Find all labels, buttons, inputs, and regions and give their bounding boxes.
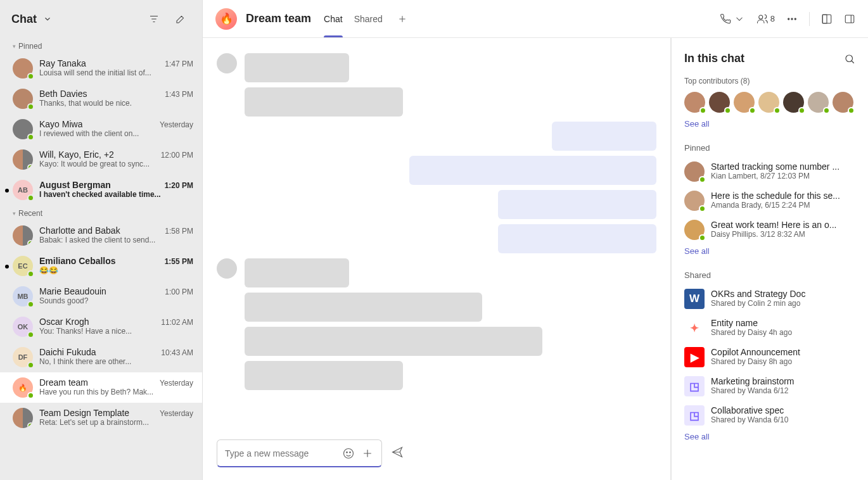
chat-item-daichi[interactable]: DFDaichi Fukuda10:43 AMNo, I think there… [0,342,202,372]
chat-item-group1[interactable]: Will, Kayo, Eric, +212:00 PMKayo: It wou… [0,144,202,175]
shared-file-item[interactable]: ✦Entity nameShared by Daisy 4h ago [684,318,855,338]
chat-name: Dream team [39,377,88,388]
chat-item-tdt[interactable]: Team Design TemplateYesterdayReta: Let's… [0,403,202,433]
file-title: Entity name [711,318,855,328]
chat-time: 11:02 AM [161,318,193,327]
pinned-message-item[interactable]: Started tracking some number ...Kian Lam… [684,161,855,182]
svg-point-0 [759,15,763,19]
emoji-icon[interactable] [342,447,355,460]
contributor-avatar[interactable] [734,92,755,113]
pinned-message-item[interactable]: Here is the schedule for this se...Amand… [684,191,855,211]
avatar: AB [13,180,33,200]
contributor-avatar[interactable] [709,92,730,113]
shared-file-item[interactable]: WOKRs and Strategy DocShared by Colin 2 … [684,289,855,309]
contributor-avatar[interactable] [808,92,829,113]
chat-preview: Thanks, that would be nice. [39,99,193,108]
sidebar-title[interactable]: Chat [11,13,37,26]
chat-list-sidebar: Chat PinnedRay Tanaka1:47 PMLouisa will … [0,0,203,480]
message-bubble[interactable] [498,190,656,219]
message-bubble[interactable] [245,361,403,390]
plus-icon[interactable] [361,447,374,460]
file-sub: Shared by Wanda 6/10 [711,415,855,424]
avatar [13,408,33,428]
file-title: OKRs and Strategy Doc [711,289,855,299]
chat-name: Kayo Miwa [39,119,82,129]
open-app-button[interactable] [821,13,833,25]
message-bubble[interactable] [245,87,403,117]
call-button[interactable] [720,13,745,25]
see-all-pinned-link[interactable]: See all [684,246,710,256]
divider [809,12,810,26]
more-options-button[interactable] [786,13,798,25]
new-chat-button[interactable] [170,9,191,29]
avatar: EC [13,256,33,276]
message-bubble[interactable] [245,327,542,356]
avatar: DF [13,347,33,367]
conversation-avatar: 🔥 [215,8,237,30]
section-label-pinned[interactable]: Pinned [0,38,202,53]
chat-name: August Bergman [39,180,111,190]
message-bubble[interactable] [245,258,349,287]
see-all-shared-link[interactable]: See all [684,432,710,441]
chat-name: Will, Kayo, Eric, +2 [39,149,114,160]
message-bubble[interactable] [552,122,656,151]
chat-time: Yesterday [160,379,193,388]
send-button[interactable] [391,446,404,461]
chat-item-kayo[interactable]: Kayo MiwaYesterdayI reviewed with the cl… [0,114,202,144]
see-all-contributors-link[interactable]: See all [684,119,710,129]
filter-icon [148,13,160,25]
search-icon[interactable] [844,53,855,65]
participants-count: 8 [770,14,775,23]
avatar [13,89,33,109]
unread-dot [5,189,9,193]
section-label-recent[interactable]: Recent [0,205,202,220]
shared-file-item[interactable]: ◳Marketing brainstormShared by Wanda 6/1… [684,376,855,396]
panel-toggle-button[interactable] [844,13,855,25]
chat-time: Yesterday [160,120,193,129]
chat-item-ray[interactable]: Ray Tanaka1:47 PMLouisa will send the in… [0,53,202,84]
chat-name: Beth Davies [39,89,87,99]
file-type-icon: W [684,289,705,309]
avatar: 🔥 [13,377,33,398]
shared-file-item[interactable]: ◳Collaborative specShared by Wanda 6/10 [684,405,855,426]
chat-time: Yesterday [160,409,193,418]
chat-item-emil[interactable]: ECEmiliano Ceballos1:55 PM😂😂 [0,251,202,281]
participants-button[interactable]: 8 [756,13,775,25]
message-area[interactable] [203,38,671,432]
chat-item-oscar[interactable]: OKOscar Krogh11:02 AMYou: Thanks! Have a… [0,312,202,342]
chat-time: 1:47 PM [165,60,193,68]
filter-button[interactable] [144,9,164,29]
chat-name: Marie Beaudouin [39,286,106,296]
tab-shared[interactable]: Shared [354,0,383,37]
shared-file-item[interactable]: ▶Copilot AnnouncementShared by Daisy 8h … [684,347,855,367]
contributor-avatar[interactable] [783,92,804,113]
message-bubble[interactable] [245,293,482,322]
message-input[interactable] [225,448,336,458]
contributor-avatar[interactable] [758,92,779,113]
message-bubble[interactable] [409,156,656,185]
pinned-message-item[interactable]: Great work team! Here is an o...Daisy Ph… [684,220,855,240]
message-bubble[interactable] [498,224,656,253]
add-tab-button[interactable] [394,11,411,27]
contributor-avatar[interactable] [684,92,705,113]
chat-item-dream[interactable]: 🔥Dream teamYesterdayHave you run this by… [0,372,202,403]
contributor-avatar[interactable] [833,92,853,113]
svg-point-8 [344,448,354,458]
chat-details-panel: In this chat Top contributors (8) See al… [672,38,868,480]
composer-area [203,432,671,480]
chat-item-august[interactable]: ABAugust Bergman1:20 PMI haven't checked… [0,175,202,205]
chat-item-marie[interactable]: MBMarie Beaudouin1:00 PMSounds good? [0,281,202,312]
tab-chat[interactable]: Chat [324,0,343,37]
message-bubble[interactable] [245,53,349,82]
pinned-title: Great work team! Here is an o... [711,220,855,230]
chat-item-cb[interactable]: Charlotte and Babak1:58 PMBabak: I asked… [0,220,202,251]
message-composer[interactable] [217,439,382,467]
chat-item-beth[interactable]: Beth Davies1:43 PMThanks, that would be … [0,84,202,114]
chat-time: 1:55 PM [165,257,193,266]
file-type-icon: ✦ [684,318,705,338]
compose-icon [175,13,186,25]
message-group [217,258,656,390]
chevron-down-icon[interactable] [43,15,52,23]
sidebar-header: Chat [0,0,202,38]
svg-point-1 [788,18,789,19]
